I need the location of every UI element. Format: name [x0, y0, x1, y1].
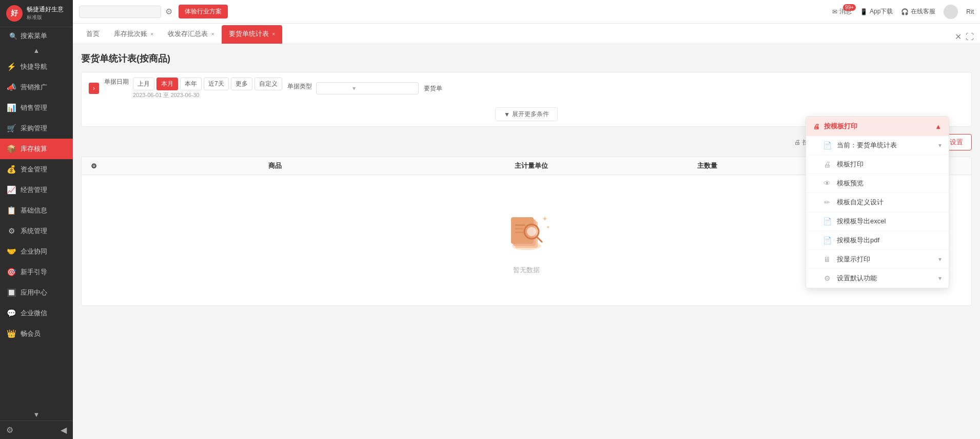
sidebar-item-collab[interactable]: 🤝 企业协同: [0, 241, 73, 262]
col-goods: 商品: [106, 161, 444, 170]
sidebar-item-apps[interactable]: 🔲 应用中心: [0, 282, 73, 303]
app-download-label: App下载: [870, 7, 893, 16]
dropdown-item-template-print[interactable]: 🖨 模板打印: [806, 155, 949, 174]
dropdown-current-left: 📄 当前：要货单统计表: [822, 141, 897, 150]
dropdown-item-template-custom[interactable]: ✏ 模板自定义设计: [806, 193, 949, 212]
online-service-label: 在线客服: [911, 7, 935, 16]
collapse-icon[interactable]: ◀: [61, 425, 67, 435]
sidebar-item-quick-nav[interactable]: ⚡ 快捷导航: [0, 56, 73, 77]
sidebar: 好 畅捷通好生意 标准版 🔍 搜索菜单 ▲ ⚡ 快捷导航 📣 营销推广 📊 销售…: [0, 0, 73, 439]
settings-icon[interactable]: ⚙: [6, 425, 13, 435]
logo-icon: 好: [6, 5, 23, 22]
sidebar-item-marketing[interactable]: 📣 营销推广: [0, 77, 73, 98]
dropdown-collapse-icon[interactable]: ▲: [935, 123, 942, 130]
dropdown-display-print[interactable]: 🖥 按显示打印 ▾: [806, 250, 949, 269]
quick-nav-icon: ⚡: [6, 62, 16, 72]
tab-home[interactable]: 首页: [79, 25, 107, 44]
sidebar-scroll-up[interactable]: ▲: [0, 45, 73, 56]
member-label: 畅会员: [21, 329, 41, 338]
message-item[interactable]: ✉ 消息 99+: [832, 7, 852, 16]
filter-expand-icon[interactable]: ›: [89, 83, 99, 94]
topbar-right: ✉ 消息 99+ 📱 App下载 🎧 在线客服 Rit: [832, 5, 974, 19]
type-select[interactable]: ▾: [316, 82, 419, 94]
date-btn-more[interactable]: 更多: [231, 78, 252, 90]
sidebar-item-finance[interactable]: 💰 资金管理: [0, 159, 73, 180]
sidebar-item-purchase[interactable]: 🛒 采购管理: [0, 118, 73, 139]
sidebar-item-system[interactable]: ⚙ 系统管理: [0, 221, 73, 241]
type-filter-label: 单据类型: [287, 82, 312, 91]
topbar: ⚙ 体验行业方案 ✉ 消息 99+ 📱 App下载 🎧 在线客服 Rit: [73, 0, 980, 24]
sidebar-bottom: ⚙ ◀: [0, 421, 73, 439]
tabbar-right-actions: ✕ ⛶: [955, 32, 974, 44]
logo-text-group: 畅捷通好生意 标准版: [27, 6, 64, 21]
svg-point-5: [527, 227, 536, 236]
tab-order-stats-close[interactable]: ×: [272, 31, 275, 37]
app-download-item[interactable]: 📱 App下载: [860, 7, 893, 16]
sidebar-item-wechat[interactable]: 💬 企业微信: [0, 303, 73, 323]
sales-icon: 📊: [6, 103, 16, 113]
sidebar-item-sales[interactable]: 📊 销售管理: [0, 98, 73, 118]
trial-button[interactable]: 体验行业方案: [179, 5, 228, 18]
inventory-icon: 📦: [6, 144, 16, 154]
date-btn-year[interactable]: 本年: [180, 78, 202, 90]
tab-receipt-summary-close[interactable]: ×: [211, 31, 214, 37]
tab-maximize-btn[interactable]: ⛶: [966, 32, 974, 42]
dropdown-default-func[interactable]: ⚙ 设置默认功能 ▾: [806, 269, 949, 288]
dropdown-item-template-preview[interactable]: 👁 模板预览: [806, 174, 949, 193]
date-btn-prev[interactable]: 上月: [133, 78, 154, 90]
topbar-search-input[interactable]: [79, 6, 161, 18]
online-service-item[interactable]: 🎧 在线客服: [901, 7, 935, 16]
date-btn-custom[interactable]: 自定义: [254, 78, 282, 90]
sidebar-item-inventory[interactable]: 📦 库存核算: [0, 139, 73, 159]
tab-order-stats[interactable]: 要货单统计表 ×: [222, 25, 282, 44]
date-btn-current[interactable]: 本月: [156, 78, 178, 90]
sidebar-item-member[interactable]: 👑 畅会员: [0, 323, 73, 344]
sidebar-item-basic[interactable]: 📋 基础信息: [0, 200, 73, 221]
current-template-icon: 📄: [822, 141, 832, 149]
sales-label: 销售管理: [21, 103, 47, 112]
svg-text:✦: ✦: [542, 215, 548, 223]
tab-batch-account-close[interactable]: ×: [150, 31, 153, 37]
empty-state-icon: ✦ ✦: [501, 206, 552, 257]
template-pdf-item-icon: 📄: [822, 236, 832, 244]
sidebar-item-guide[interactable]: 🎯 新手引导: [0, 262, 73, 282]
date-buttons: 上月 本月 本年 近7天 更多 自定义: [133, 78, 282, 90]
message-badge: 99+: [843, 4, 856, 11]
user-avatar[interactable]: [944, 5, 958, 19]
quick-nav-label: 快捷导航: [21, 62, 47, 71]
sidebar-item-operation[interactable]: 📈 经营管理: [0, 180, 73, 200]
app-download-icon: 📱: [860, 8, 868, 15]
default-func-arrow: ▾: [938, 275, 942, 282]
dropdown-default-left: ⚙ 设置默认功能: [822, 274, 877, 283]
current-template-label: 当前：要货单统计表: [837, 141, 897, 150]
purchase-icon: 🛒: [6, 123, 16, 133]
current-template-arrow: ▾: [938, 142, 942, 149]
date-filter-controls: 上月 本月 本年 近7天 更多 自定义 2023-06-01 至 2023-06…: [133, 78, 282, 99]
date-filter-group: 单据日期 上月 本月 本年 近7天 更多 自定义 2023-06-01 至 20…: [104, 78, 282, 99]
date-btn-7days[interactable]: 近7天: [204, 78, 229, 90]
sidebar-search[interactable]: 🔍 搜索菜单: [0, 27, 73, 45]
sidebar-logo: 好 畅捷通好生意 标准版: [0, 0, 73, 27]
sidebar-scroll-down[interactable]: ▼: [0, 409, 73, 421]
col-gear[interactable]: ⚙: [82, 162, 106, 170]
default-func-label: 设置默认功能: [837, 274, 877, 283]
message-icon: ✉: [832, 8, 837, 15]
dropdown-item-template-pdf[interactable]: 📄 按模板导出pdf: [806, 231, 949, 250]
tab-home-label: 首页: [86, 29, 100, 39]
tab-batch-account[interactable]: 库存批次账 ×: [107, 25, 161, 44]
date-range-display: 2023-06-01 至 2023-06-30: [133, 91, 282, 99]
default-func-icon: ⚙: [822, 274, 832, 282]
topbar-gear-icon[interactable]: ⚙: [165, 7, 172, 16]
system-icon: ⚙: [6, 226, 16, 236]
display-print-label: 按显示打印: [837, 255, 870, 264]
tab-close-window-btn[interactable]: ✕: [955, 32, 962, 42]
system-label: 系统管理: [21, 226, 47, 236]
dropdown-current-template[interactable]: 📄 当前：要货单统计表 ▾: [806, 136, 949, 155]
expand-more-btn[interactable]: ▼ 展开更多条件: [495, 107, 558, 121]
collab-icon: 🤝: [6, 246, 16, 257]
tab-receipt-summary[interactable]: 收发存汇总表 ×: [161, 25, 221, 44]
order-type-label: 要货单: [424, 84, 442, 93]
dropdown-item-template-excel[interactable]: 📄 按模板导出excel: [806, 212, 949, 231]
dropdown-header[interactable]: 🖨 按模板打印 ▲: [806, 117, 949, 136]
template-custom-item-icon: ✏: [822, 198, 832, 206]
